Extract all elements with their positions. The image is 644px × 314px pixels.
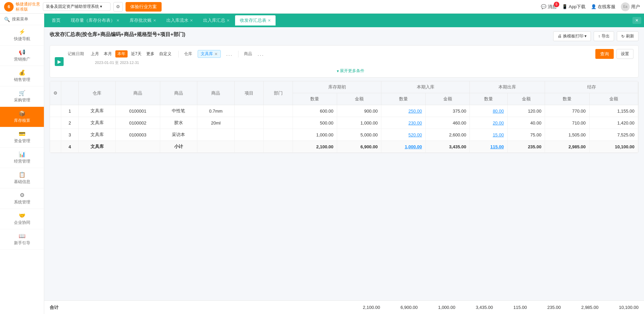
export-icon: ↑	[598, 34, 600, 39]
message-button[interactable]: 💬 消息 6	[541, 4, 557, 10]
warehouse-more-button[interactable]: ...	[226, 51, 233, 57]
inventory-icon: 📦	[19, 110, 26, 117]
filter-divider	[178, 51, 179, 57]
col-settings-header[interactable]: ⚙	[50, 81, 61, 105]
refresh-button[interactable]: ↻ 刷新	[617, 31, 639, 41]
date-btn-thismonth[interactable]: 本月	[102, 50, 113, 57]
app-title-dropdown[interactable]: 装备及固定资产辅助管理系统 ▾	[43, 2, 111, 11]
total-close-amt: 10,100.00	[619, 305, 639, 310]
col-code-header: 商品	[116, 81, 160, 105]
tab-receive-send-summary[interactable]: 收发存汇总表 ✕	[235, 15, 276, 26]
page-title: 收发存汇总表(按仓库+商品编码+商品+规格型号+项目+部门)	[50, 31, 185, 38]
date-shortcuts: 上月 本月 本年 近7天 更多 自定义	[89, 50, 173, 57]
col-close-qty-header: 数量	[545, 93, 589, 105]
sidebar-item-collab[interactable]: 🤝 企业协同	[0, 209, 44, 229]
table-row-code	[116, 141, 160, 153]
date-btn-7days[interactable]: 近7天	[130, 50, 143, 57]
sidebar-item-marketing[interactable]: 📢 营销推广	[0, 46, 44, 66]
date-btn-thisyear[interactable]: 本年	[115, 50, 128, 57]
tab-close-icon[interactable]: ✕	[227, 18, 230, 23]
tab-batch[interactable]: 库存批次账 ✕	[125, 15, 161, 26]
table-row: 4文具库小计2,100.006,900.001,000.003,435.0011…	[50, 141, 638, 153]
guide-icon: 📖	[19, 233, 26, 239]
sidebar-item-sales[interactable]: 💰 销售管理	[0, 66, 44, 86]
tab-close-icon[interactable]: ✕	[190, 18, 193, 23]
table-row-qty-close: 1,505.00	[545, 129, 589, 141]
sidebar-item-system[interactable]: ⚙ 系统管理	[0, 188, 44, 209]
total-out-amt: 235.00	[547, 305, 561, 310]
warehouse-tag[interactable]: 文具库 ✕	[198, 50, 221, 58]
operation-icon: 📊	[19, 151, 26, 158]
tab-flow[interactable]: 出入库流水 ✕	[162, 15, 198, 26]
user-menu[interactable]: Ea 用户	[621, 2, 640, 11]
logo: 6 畅捷通好生意 标准版	[4, 2, 40, 12]
trial-button[interactable]: 体验行业方案	[126, 2, 162, 12]
table-row-name: 胶水	[160, 117, 197, 129]
query-button[interactable]: 查询	[595, 49, 614, 59]
tab-summary[interactable]: 出入库汇总 ✕	[198, 15, 234, 26]
warehouse-tag-close[interactable]: ✕	[214, 52, 218, 56]
table-row-amt-in: 3,435.00	[426, 141, 470, 153]
table-row-amt-out: 75.00	[507, 129, 545, 141]
table-row-qty-in[interactable]: 230.00	[381, 117, 426, 129]
sidebar-item-purchase[interactable]: 🛒 采购管理	[0, 86, 44, 107]
sidebar-item-operation[interactable]: 📊 经营管理	[0, 148, 44, 168]
finance-icon: 💳	[19, 131, 26, 137]
sidebar-item-basic[interactable]: 📋 基础信息	[0, 168, 44, 188]
goods-more-button[interactable]: ...	[258, 51, 264, 57]
table-row-warehouse: 文具库	[79, 105, 116, 117]
table-row-qty-close: 710.00	[545, 117, 589, 129]
table-row-amt-in: 375.00	[426, 105, 470, 117]
table-row-qty-out[interactable]: 115.00	[470, 141, 507, 153]
table-row-qty-out[interactable]: 80.00	[470, 105, 507, 117]
sidebar-item-inventory[interactable]: 📦 库存核算	[0, 107, 44, 127]
settings-button[interactable]: 设置	[616, 49, 633, 59]
table-row-dept	[264, 141, 293, 153]
expand-filter-button[interactable]: ▾ 展开更多条件	[337, 68, 364, 74]
table-row-qty-in[interactable]: 1,000.00	[381, 141, 426, 153]
date-btn-more[interactable]: 更多	[145, 50, 156, 57]
online-service-button[interactable]: 👤 在线客服	[591, 4, 615, 10]
date-btn-lastmonth[interactable]: 上月	[89, 50, 100, 57]
tab-close-all-button[interactable]: ✕	[632, 17, 641, 24]
filter-collapse-button[interactable]: ▶	[55, 57, 64, 66]
table-row-qty-open: 600.00	[293, 105, 337, 117]
table-row-qty-out[interactable]: 15.00	[470, 129, 507, 141]
sidebar-item-guide[interactable]: 📖 新手引导	[0, 229, 44, 250]
tab-home[interactable]: 首页	[47, 15, 65, 26]
table-row-spec	[197, 129, 234, 141]
col-out-header: 本期出库	[470, 81, 545, 93]
sidebar-item-finance[interactable]: 💳 资金管理	[0, 127, 44, 148]
date-btn-custom[interactable]: 自定义	[158, 50, 173, 57]
page-content: 收发存汇总表(按仓库+商品编码+商品+规格型号+项目+部门) 🖨 换模板打印 ▾…	[44, 27, 644, 300]
export-button[interactable]: ↑ 导出	[594, 31, 614, 41]
system-icon: ⚙	[20, 192, 24, 198]
col-num-header	[61, 81, 79, 105]
table-row-code: 0100003	[116, 129, 160, 141]
tab-close-icon[interactable]: ✕	[153, 18, 156, 23]
table-row-code: 0100002	[116, 117, 160, 129]
sidebar-item-nav[interactable]: ⚡ 快捷导航	[0, 25, 44, 46]
template-print-button[interactable]: 🖨 换模板打印 ▾	[553, 31, 591, 41]
tab-close-icon[interactable]: ✕	[116, 18, 119, 23]
table-row-qty-out[interactable]: 20.00	[470, 117, 507, 129]
table-row-warehouse: 文具库	[79, 129, 116, 141]
tab-close-icon[interactable]: ✕	[268, 18, 271, 23]
total-out-qty: 115.00	[513, 305, 527, 310]
sidebar-item-label: 搜索菜单	[12, 16, 28, 22]
marketing-icon: 📢	[19, 49, 26, 55]
table-row-settings	[50, 129, 61, 141]
warehouse-filter-label: 仓库	[184, 51, 192, 57]
sidebar-item-search[interactable]: 🔍 搜索菜单	[0, 14, 44, 25]
table-row-qty-open: 500.00	[293, 117, 337, 129]
settings-icon[interactable]: ⚙	[113, 2, 123, 12]
table-row-qty-in[interactable]: 520.00	[381, 129, 426, 141]
table-row-spec: 0.7mm	[197, 105, 234, 117]
table-row-qty-in[interactable]: 250.00	[381, 105, 426, 117]
table-row-amt-in: 460.00	[426, 117, 470, 129]
tab-inventory-dist[interactable]: 现存量（库存分布表） ✕	[66, 15, 124, 26]
avatar: Ea	[621, 2, 630, 11]
app-download-button[interactable]: 📱 App下载	[562, 4, 585, 10]
total-in-qty: 1,000.00	[438, 305, 456, 310]
col-project-header: 项目	[235, 81, 264, 105]
